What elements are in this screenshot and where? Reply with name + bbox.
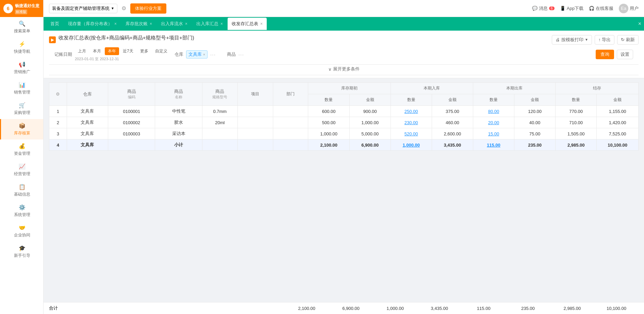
th-out-amt: 金额 xyxy=(514,94,556,106)
print-label: 按模板打印 xyxy=(561,37,583,43)
cell-spec xyxy=(202,139,237,151)
tab-recv-send-close[interactable]: × xyxy=(260,21,263,26)
tab-summary-close[interactable]: × xyxy=(220,21,223,26)
user-menu-button[interactable]: Ea 用户 xyxy=(619,4,639,13)
tab-stock-dist[interactable]: 现存量（库存分布表） × xyxy=(64,18,121,30)
cell-opening-amt: 6,900.00 xyxy=(349,139,391,151)
avatar-text: Ea xyxy=(621,6,626,11)
cell-out-qty: 115.00 xyxy=(473,139,514,151)
close-all-tabs-button[interactable]: × xyxy=(638,21,641,27)
export-button[interactable]: ↑ 导出 xyxy=(595,35,615,45)
out-qty-link[interactable]: 115.00 xyxy=(487,143,500,148)
print-button[interactable]: 🖨 按模板打印 ▼ xyxy=(552,35,592,45)
table-row: 3 文具库 0100003 采访本 1,000.00 5,000.00 520.… xyxy=(49,128,639,139)
in-qty-link[interactable]: 250.00 xyxy=(404,109,418,114)
warehouse-more-button[interactable]: ··· xyxy=(210,52,216,57)
cell-warehouse: 文具库 xyxy=(67,139,108,151)
sidebar-item-collab[interactable]: 🤝 企业协同 xyxy=(0,221,43,242)
cell-in-amt: 460.00 xyxy=(432,117,473,128)
cell-warehouse: 文具库 xyxy=(67,117,108,128)
cell-warehouse: 文具库 xyxy=(67,128,108,139)
tab-batch[interactable]: 库存批次账 × xyxy=(121,18,156,30)
in-qty-link[interactable]: 230.00 xyxy=(404,120,418,125)
tab-home[interactable]: 首页 xyxy=(46,18,63,30)
cell-project xyxy=(237,117,273,128)
mobile-icon: 📱 xyxy=(560,6,565,11)
date-option-more[interactable]: 更多 xyxy=(137,47,151,55)
sidebar-item-basic[interactable]: 📋 基础信息 xyxy=(0,180,43,201)
sidebar-label-collab: 企业协同 xyxy=(14,232,30,238)
sidebar-item-finance[interactable]: 💰 资金管理 xyxy=(0,139,43,160)
date-option-this-year[interactable]: 本年 xyxy=(105,47,119,55)
page-title: 收发存汇总表(按仓库+商品编码+商品+规格型号+项目+部门) xyxy=(59,35,194,41)
tab-flow[interactable]: 出入库流水 × xyxy=(157,18,192,30)
th-opening-group: 库存期初 xyxy=(308,83,391,94)
tab-stock-dist-label: 现存量（库存分布表） xyxy=(68,21,112,27)
tab-summary[interactable]: 出入库汇总 × xyxy=(192,18,227,30)
message-icon: 💬 xyxy=(532,6,538,11)
basic-icon: 📋 xyxy=(19,184,26,190)
sidebar-item-guide[interactable]: 🎓 新手引导 xyxy=(0,242,43,262)
out-qty-link[interactable]: 80.00 xyxy=(488,109,499,114)
cell-closing-amt: 7,525.00 xyxy=(597,128,639,139)
out-qty-link[interactable]: 20.00 xyxy=(488,120,499,125)
warehouse-filter-label: 仓库 xyxy=(175,51,183,57)
tab-stock-dist-close[interactable]: × xyxy=(114,21,117,26)
date-option-this-month[interactable]: 本月 xyxy=(90,47,104,55)
system-selector[interactable]: 装备及固定资产辅助管理系统 ▼ xyxy=(49,4,117,13)
table-settings-icon[interactable]: ⚙ xyxy=(56,92,60,97)
expand-sidebar-button[interactable]: ▶ xyxy=(49,36,56,43)
th-closing-qty: 数量 xyxy=(556,94,597,106)
sidebar-item-operations[interactable]: 📈 经营管理 xyxy=(0,160,43,180)
settings-btn[interactable]: 设置 xyxy=(617,50,633,59)
sidebar-item-search[interactable]: 🔍 搜索菜单 xyxy=(0,17,43,37)
online-service-button[interactable]: 🎧 在线客服 xyxy=(589,5,613,12)
tab-recv-send[interactable]: 收发存汇总表 × xyxy=(228,18,267,30)
cell-out-qty: 80.00 xyxy=(473,106,514,117)
cell-opening-qty: 1,000.00 xyxy=(308,128,349,139)
cell-name: 胶水 xyxy=(155,117,202,128)
cell-project xyxy=(237,106,273,117)
total-spacer2 xyxy=(108,306,152,311)
cell-project xyxy=(237,139,273,151)
tab-batch-label: 库存批次账 xyxy=(126,21,148,27)
cell-opening-qty: 2,100.00 xyxy=(308,139,349,151)
warehouse-tag-remove[interactable]: × xyxy=(203,52,205,56)
sidebar-item-purchase[interactable]: 🛒 采购管理 xyxy=(0,99,43,119)
in-qty-link[interactable]: 1,000.00 xyxy=(402,143,420,148)
cell-in-amt: 2,600.00 xyxy=(432,128,473,139)
cell-in-qty: 230.00 xyxy=(391,117,432,128)
date-option-7days[interactable]: 近7天 xyxy=(120,47,136,55)
tab-summary-label: 出入库汇总 xyxy=(196,21,218,27)
sidebar-item-sales[interactable]: 📊 销售管理 xyxy=(0,78,43,99)
user-label: 用户 xyxy=(630,5,639,12)
date-option-custom[interactable]: 自定义 xyxy=(152,47,170,55)
in-qty-link[interactable]: 520.00 xyxy=(404,131,418,136)
messages-button[interactable]: 💬 消息 6 xyxy=(532,5,555,12)
tab-flow-close[interactable]: × xyxy=(185,21,187,26)
date-option-last-month[interactable]: 上月 xyxy=(75,47,89,55)
th-in-qty: 数量 xyxy=(391,94,432,106)
refresh-button[interactable]: ↻ 刷新 xyxy=(617,35,639,45)
sidebar-item-quick-nav[interactable]: ⚡ 快捷导航 xyxy=(0,37,43,58)
trial-button[interactable]: 体验行业方案 xyxy=(130,3,166,14)
out-qty-link[interactable]: 15.00 xyxy=(488,131,499,136)
avatar: Ea xyxy=(619,4,628,13)
logo-number: 6 xyxy=(7,6,10,11)
sidebar-item-inventory[interactable]: 📦 库存核算 xyxy=(0,119,43,139)
gear-icon[interactable]: ⚙ xyxy=(121,5,126,12)
refresh-icon: ↻ xyxy=(621,37,625,42)
sidebar-item-system[interactable]: ⚙️ 系统管理 xyxy=(0,201,43,221)
cell-no: 3 xyxy=(49,128,67,139)
brand-name: 畅捷通好生意 xyxy=(15,3,39,9)
expand-conditions-button[interactable]: ∨ 展开更多条件 xyxy=(328,66,360,72)
th-code: 商品 编码 xyxy=(108,83,155,106)
query-button[interactable]: 查询 xyxy=(596,50,614,59)
app-download-button[interactable]: 📱 App下载 xyxy=(560,5,583,12)
tab-batch-close[interactable]: × xyxy=(150,21,152,26)
sales-icon: 📊 xyxy=(19,82,26,88)
goods-more-button[interactable]: ··· xyxy=(238,52,244,57)
sidebar-item-marketing[interactable]: 📢 营销推广 xyxy=(0,58,43,78)
sidebar-label-inventory: 库存核算 xyxy=(14,130,30,136)
cell-closing-qty: 710.00 xyxy=(556,117,597,128)
